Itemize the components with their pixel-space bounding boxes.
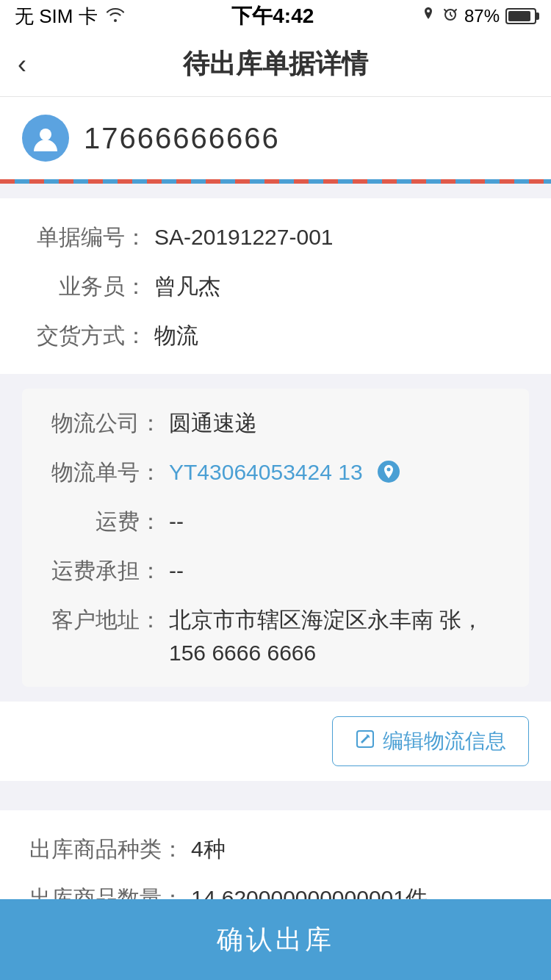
sales-person-label: 业务员： <box>29 270 147 303</box>
edit-logistics-button[interactable]: 编辑物流信息 <box>332 716 529 766</box>
alarm-icon <box>442 6 458 26</box>
svg-point-2 <box>40 129 51 140</box>
svg-point-0 <box>427 10 430 12</box>
battery-percent: 87% <box>464 6 500 26</box>
delivery-method-value: 物流 <box>154 319 522 352</box>
basic-info-section: 单据编号： SA-20191227-001 业务员： 曾凡杰 交货方式： 物流 <box>0 198 551 374</box>
delivery-method-label: 交货方式： <box>29 319 147 352</box>
sales-person-row: 业务员： 曾凡杰 <box>29 270 522 303</box>
status-time: 下午4:42 <box>231 2 314 30</box>
freight-label: 运费： <box>44 505 162 538</box>
svg-point-4 <box>386 468 390 472</box>
tracking-location-icon[interactable] <box>376 459 403 486</box>
tracking-number-row: 物流单号： YT43064053424 13 <box>44 455 507 489</box>
freight-bearer-value: -- <box>169 554 507 587</box>
avatar <box>22 115 69 162</box>
address-value: 北京市市辖区海淀区永丰南 张，156 6666 6666 <box>169 603 507 669</box>
confirm-btn-bar[interactable]: 确认出库 <box>0 899 551 980</box>
battery-icon <box>505 8 536 24</box>
carrier-text: 无 SIM 卡 <box>15 4 98 29</box>
delivery-method-row: 交货方式： 物流 <box>29 319 522 352</box>
document-number-value: SA-20191227-001 <box>154 220 522 253</box>
edit-logistics-area: 编辑物流信息 <box>0 702 551 781</box>
tracking-number-value: YT43064053424 13 <box>169 455 507 489</box>
freight-bearer-row: 运费承担： -- <box>44 554 507 587</box>
goods-type-row: 出库商品种类： 4种 <box>29 832 522 865</box>
goods-type-label: 出库商品种类： <box>29 832 184 865</box>
status-right: 87% <box>420 6 536 26</box>
document-number-row: 单据编号： SA-20191227-001 <box>29 220 522 253</box>
nav-bar: ‹ 待出库单据详情 <box>0 32 551 97</box>
phone-number: 17666666666 <box>84 122 280 155</box>
dashed-divider <box>0 179 551 184</box>
logistics-company-row: 物流公司： 圆通速递 <box>44 406 507 439</box>
page-title: 待出库单据详情 <box>183 46 368 82</box>
edit-icon <box>355 729 375 754</box>
tracking-number-label: 物流单号： <box>44 455 162 489</box>
sales-person-value: 曾凡杰 <box>154 270 522 303</box>
goods-type-value: 4种 <box>191 832 522 865</box>
section-separator-1 <box>0 781 551 796</box>
freight-row: 运费： -- <box>44 505 507 538</box>
edit-logistics-label: 编辑物流信息 <box>383 727 506 755</box>
freight-value: -- <box>169 505 507 538</box>
address-label: 客户地址： <box>44 603 162 636</box>
location-status-icon <box>420 6 436 26</box>
logistics-company-value: 圆通速递 <box>169 406 507 439</box>
back-button[interactable]: ‹ <box>18 49 26 80</box>
content: 17666666666 单据编号： SA-20191227-001 业务员： 曾… <box>0 97 551 980</box>
status-left: 无 SIM 卡 <box>15 4 126 29</box>
document-number-label: 单据编号： <box>29 220 147 253</box>
address-row: 客户地址： 北京市市辖区海淀区永丰南 张，156 6666 6666 <box>44 603 507 669</box>
logistics-box: 物流公司： 圆通速递 物流单号： YT43064053424 13 运费： -- <box>22 389 529 687</box>
phone-card: 17666666666 <box>0 97 551 179</box>
status-bar: 无 SIM 卡 下午4:42 87% <box>0 0 551 32</box>
confirm-button-label: 确认出库 <box>217 922 334 958</box>
wifi-icon <box>105 5 126 28</box>
freight-bearer-label: 运费承担： <box>44 554 162 587</box>
logistics-company-label: 物流公司： <box>44 406 162 439</box>
